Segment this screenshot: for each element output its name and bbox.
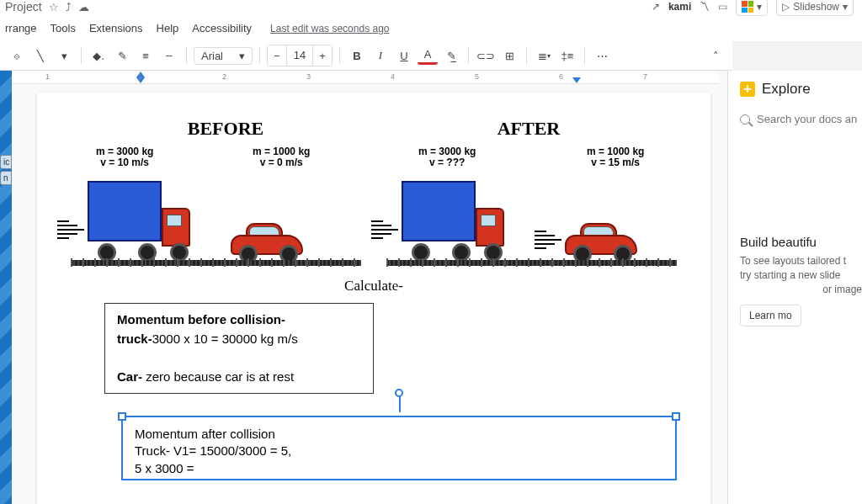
toolbar: ⟐ ╲ ▾ ◆. ✎ ≡ ╌ Arial ▾ − 14 + B I U A ✎̲… [0, 41, 732, 71]
ruler-tick: 2 [222, 72, 226, 81]
ruler-tick: 7 [643, 72, 647, 81]
menu-extensions[interactable]: Extensions [84, 19, 148, 38]
build-text1: To see layouts tailored t [740, 254, 862, 268]
box1-line2a: truck- [117, 332, 152, 346]
box2-line1: Momentum after collision [135, 427, 275, 441]
collapse-toolbar-icon[interactable]: ˄ [705, 45, 726, 66]
right-indent-marker[interactable] [572, 77, 581, 83]
underline-button[interactable]: U [394, 45, 414, 66]
last-edit-link[interactable]: Last edit was seconds ago [265, 19, 394, 38]
ruler-tick: 1 [138, 72, 142, 81]
font-size-value[interactable]: 14 [287, 45, 312, 66]
menu-bar-row: rrange Tools Extensions Help Accessibili… [0, 17, 862, 41]
box1-line3a: Car- [117, 369, 142, 384]
paint-format-icon[interactable]: ◆. [88, 45, 109, 66]
ruler-tick: 1 [45, 72, 50, 81]
star-icon[interactable]: ☆ [49, 1, 59, 13]
slide-page[interactable]: BEFORE AFTER m = 3000 kgv = 10 m/s m = 1… [37, 93, 710, 504]
text-color-button[interactable]: A [418, 46, 438, 65]
cloud-icon[interactable]: ☁ [78, 1, 89, 13]
font-size-minus[interactable]: − [267, 45, 287, 66]
left-tag-ic: ic [0, 155, 12, 169]
box1-line1: Momentum before collision- [117, 312, 285, 326]
explore-panel: Explore Build beautifu To see layouts ta… [727, 71, 862, 504]
pen-icon[interactable]: ✎ [112, 45, 132, 66]
doc-title-truncated: Project [5, 0, 42, 13]
scene-before: m = 3000 kgv = 10 m/s m = 1000 kgv = 0 m… [71, 146, 361, 273]
heading-before: BEFORE [188, 118, 263, 140]
menu-help[interactable]: Help [152, 19, 184, 38]
zoom-icon[interactable]: ⟐ [7, 45, 27, 66]
font-name-value: Arial [201, 50, 223, 62]
scene-after: m = 3000 kgv = ??? m = 1000 kgv = 15 m/s [386, 146, 677, 273]
box1-line3b: zero because car is at rest [142, 369, 294, 384]
explore-title: Explore [740, 81, 862, 98]
resize-handle-tl[interactable] [118, 412, 126, 421]
left-tag-n: n [0, 171, 12, 185]
menu-tools[interactable]: Tools [45, 19, 81, 38]
rotate-handle[interactable] [395, 389, 403, 397]
align-icon[interactable]: ≣▾ [534, 45, 554, 66]
box1-line2b: 3000 x 10 = 30000 kg m/s [152, 332, 298, 346]
add-comment-icon[interactable]: ⊞ [499, 45, 519, 66]
font-family-select[interactable]: Arial ▾ [194, 47, 253, 65]
ruler-tick: 5 [475, 72, 479, 81]
slideshow-button[interactable]: ▷Slideshow▾ [776, 0, 854, 16]
explore-icon [740, 82, 755, 97]
resize-handle-tr[interactable] [672, 412, 680, 421]
chevron-down-icon: ▾ [239, 50, 245, 62]
explore-search-input[interactable] [757, 113, 858, 125]
title-bar: Project ☆ ⤴ ☁ ↗ kami 〽 ▭ ▾ ▷Slideshow▾ [0, 0, 862, 17]
ruler[interactable]: 1 1 2 3 4 5 6 7 [12, 71, 719, 84]
open-external-icon[interactable]: ↗ [652, 1, 660, 13]
learn-more-button[interactable]: Learn mo [740, 305, 801, 326]
highlight-button[interactable]: ✎̲ [441, 45, 461, 66]
search-icon [740, 114, 750, 125]
build-text3: or image [740, 283, 862, 297]
kami-label[interactable]: kami [668, 1, 691, 13]
calculate-label: Calculate- [71, 278, 677, 294]
line-dash-icon[interactable]: ╌ [159, 45, 179, 66]
canvas-area[interactable]: 1 1 2 3 4 5 6 7 BEFORE AFTER m = 3000 kg… [12, 71, 727, 504]
slide-panel-edge: ic n [0, 71, 12, 504]
box2-line2: Truck- V1= 15000/3000 = 5, [135, 443, 291, 458]
ms-chip[interactable]: ▾ [736, 0, 768, 16]
ruler-tick: 6 [559, 72, 563, 81]
menu-arrange[interactable]: rrange [0, 19, 42, 38]
line-spacing-icon[interactable]: ‡≡ [557, 45, 577, 66]
italic-button[interactable]: I [370, 45, 391, 66]
rotate-line [399, 395, 401, 412]
explore-label: Explore [762, 81, 811, 98]
heading-after: AFTER [498, 118, 561, 140]
box2-line3: 5 x 3000 = [135, 461, 194, 475]
line-weight-icon[interactable]: ≡ [136, 45, 156, 66]
bold-button[interactable]: B [347, 45, 367, 66]
dropdown-icon[interactable]: ▾ [54, 45, 74, 66]
select-icon[interactable]: ╲ [30, 45, 51, 66]
more-button[interactable]: ⋯ [592, 45, 612, 66]
insert-link-icon[interactable]: ⊂⊃ [476, 45, 496, 66]
momentum-after-selected-box[interactable]: Momentum after collision Truck- V1= 1500… [121, 416, 677, 480]
present-icon[interactable]: ▭ [718, 1, 727, 13]
build-text2: try starting a new slide [740, 268, 862, 283]
menu-accessibility[interactable]: Accessibility [187, 19, 257, 38]
ruler-tick: 3 [306, 72, 311, 81]
build-heading: Build beautifu [740, 235, 862, 249]
trend-icon[interactable]: 〽 [700, 1, 710, 13]
font-size-plus[interactable]: + [312, 45, 333, 66]
momentum-before-box[interactable]: Momentum before collision- truck-3000 x … [104, 303, 374, 394]
move-icon[interactable]: ⤴ [66, 1, 72, 13]
ruler-tick: 4 [391, 72, 395, 81]
